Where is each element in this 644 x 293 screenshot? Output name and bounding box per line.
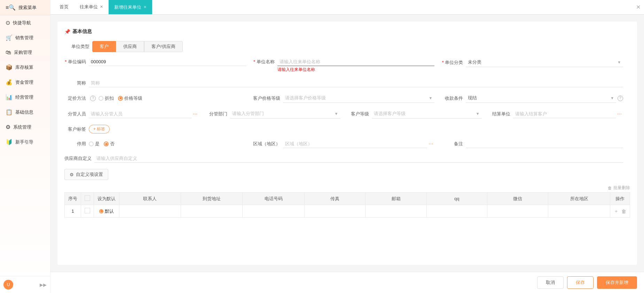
chevron-down-icon: ▼ [617,60,621,64]
disabled-no-option[interactable]: 否 [104,141,115,147]
sidebar-item-purchase[interactable]: 🛍 采购管理 [0,45,50,60]
add-tag-button[interactable]: + 标签 [89,125,110,133]
disabled-yes-option[interactable]: 是 [89,141,100,147]
main-close-button[interactable]: ✕ [636,4,641,10]
sidebar-item-operation[interactable]: 📊 经营管理 [0,90,50,105]
col-wechat: 微信 [487,193,548,205]
quick-nav-icon: ⊙ [6,19,10,26]
delete-row-icon[interactable]: 🗑 [621,209,626,214]
cell-email[interactable] [366,205,426,218]
sidebar-item-inventory[interactable]: 📦 库存核算 [0,60,50,75]
pricing-price-level-option[interactable]: 价格等级 [118,95,142,101]
sidebar-item-finance[interactable]: 💰 资金管理 [0,75,50,90]
customer-price-select[interactable]: 请选择客户价格等级 ▼ [283,93,435,103]
manager-more-icon[interactable]: ··· [191,111,199,117]
payment-help-icon[interactable]: ? [618,96,623,101]
unit-category-select[interactable]: 未分类 ▼ [466,58,623,67]
unit-name-input[interactable] [277,58,435,66]
sidebar-item-guide[interactable]: 🔰 新手引导 [0,135,50,149]
settlement-input[interactable] [513,110,616,118]
cell-fax[interactable] [305,205,366,218]
region-group: 区域（地区） ··· [253,140,435,148]
type-btn-supplier[interactable]: 供应商 [116,41,144,52]
fax-input[interactable] [308,209,362,214]
cell-qq[interactable] [426,205,487,218]
purchase-icon: 🛍 [6,49,11,56]
department-group: 分管部门 请输入分管部门 ▼ [206,109,340,119]
payment-group: 收款条件 现结 ▼ ? [441,93,623,103]
department-placeholder: 请输入分管部门 [232,111,264,117]
row-pricing: 定价方法 ? 折扣 价格等级 客户价格等级 [64,93,630,104]
address-input[interactable] [184,209,239,214]
row-action-buttons: ＋ 🗑 [614,208,626,214]
cell-region[interactable] [548,205,610,218]
cell-address[interactable] [181,205,243,218]
department-select[interactable]: 请输入分管部门 ▼ [230,109,340,119]
price-level-radio[interactable] [118,96,123,101]
type-btn-both[interactable]: 客户/供应商 [144,41,183,52]
section-title: 📌 基本信息 [64,29,630,35]
sidebar-item-system[interactable]: ⚙ 系统管理 [0,120,50,135]
customer-level-group: 客户等级 请选择客户等级 ▼ [347,109,482,119]
batch-delete-area: 🗑 批量删除 [64,185,630,191]
guide-icon: 🔰 [6,139,13,145]
save-new-button[interactable]: 保存并新增 [597,276,637,289]
type-btn-customer[interactable]: 客户 [92,41,116,52]
user-avatar[interactable]: U [3,280,13,290]
search-icon: ≡🔍 [6,4,16,11]
supplier-custom-input[interactable] [94,154,623,163]
pricing-help-icon[interactable]: ? [90,96,96,101]
sidebar-item-basic-info[interactable]: 📋 基础信息 [0,105,50,120]
form-footer: 取消 保存 保存并新增 [50,272,644,293]
sidebar-item-label: 基础信息 [15,109,33,115]
save-button[interactable]: 保存 [567,276,594,289]
add-row-icon[interactable]: ＋ [614,208,619,214]
sidebar-search-label: 搜索菜单 [18,5,37,11]
phone-input[interactable] [246,209,301,214]
disabled-yes-radio[interactable] [89,141,94,146]
region-more-icon[interactable]: ··· [427,141,434,147]
cancel-button[interactable]: 取消 [537,276,564,289]
tab-new-partner[interactable]: 新增往来单位 ✕ [109,0,152,14]
region-table-input[interactable] [552,209,606,214]
sidebar-item-quick-nav[interactable]: ⊙ 快捷导航 [0,15,50,30]
payment-select[interactable]: 现结 ▼ [466,93,616,103]
remark-input[interactable] [466,140,623,148]
short-name-label: 简称 [64,80,89,86]
tab-new-partner-close[interactable]: ✕ [143,5,147,9]
cell-phone[interactable] [243,205,305,218]
custom-settings-button[interactable]: ⚙ 自定义项设置 [64,169,108,180]
header-checkbox[interactable] [85,195,90,201]
contact-input[interactable] [123,209,177,214]
sidebar-item-sales[interactable]: 🛒 销售管理 [0,30,50,45]
batch-delete-label[interactable]: 批量删除 [613,185,630,191]
wechat-input[interactable] [491,209,544,214]
default-radio[interactable] [99,209,103,213]
manager-group: 分管人员 ··· [64,110,199,118]
manager-input[interactable] [89,110,191,118]
sidebar-expand-icon[interactable]: ▶▶ [40,282,47,287]
customer-level-label: 客户等级 [347,111,372,117]
tab-partner-close[interactable]: ✕ [100,5,103,9]
short-name-group: 简称 [64,79,623,87]
cell-contact[interactable] [119,205,181,218]
tab-home[interactable]: 首页 [54,0,74,14]
col-qq: qq [426,193,487,205]
sidebar-item-search[interactable]: ≡🔍 搜索菜单 [0,0,50,15]
row-checkbox[interactable] [85,208,90,213]
short-name-input[interactable] [89,79,623,87]
qq-input[interactable] [430,209,484,214]
unit-code-input[interactable] [89,58,246,66]
cell-action: ＋ 🗑 [610,205,630,218]
disabled-no-radio[interactable] [104,141,109,146]
cell-wechat[interactable] [487,205,548,218]
email-input[interactable] [369,209,423,214]
tab-partner[interactable]: 往来单位 ✕ [74,0,109,14]
region-input[interactable] [283,140,427,148]
discount-radio[interactable] [99,96,103,101]
settlement-more-icon[interactable]: ··· [616,111,623,117]
pricing-discount-option[interactable]: 折扣 [99,95,114,101]
row-short-name: 简称 [64,79,630,89]
unit-name-label: 单位名称 [253,59,277,65]
customer-level-select[interactable]: 请选择客户等级 ▼ [372,109,482,119]
